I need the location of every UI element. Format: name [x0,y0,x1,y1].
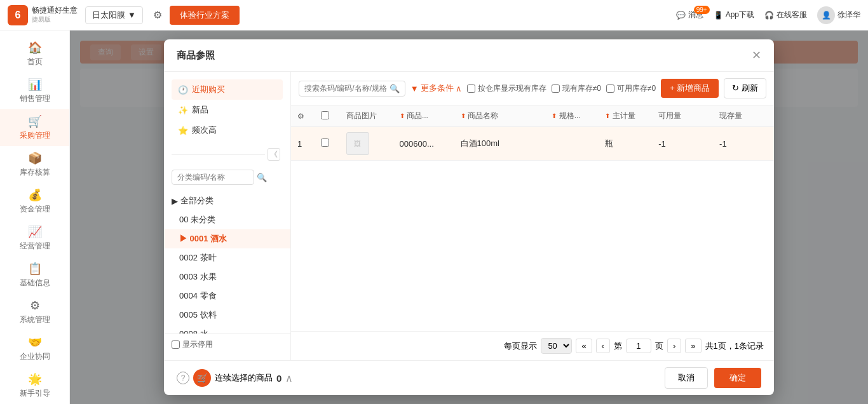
table-row[interactable]: 1 🖼 000600... 白酒100ml 瓶 [291,127,774,161]
user-menu[interactable]: 👤 徐泽华 [817,6,860,24]
guide-icon: 🌟 [28,372,42,386]
per-page-select[interactable]: 50 [541,338,572,354]
refresh-btn[interactable]: ↻ 刷新 [724,78,766,98]
category-search-icon[interactable]: 🔍 [257,173,267,182]
enterprise-icon: 🤝 [28,335,42,349]
logo-sub: 捷易版 [32,15,78,24]
show-disabled-input[interactable] [172,340,180,349]
modal-footer: ? 🛒 连续选择的商品 0 ∧ 取消 确定 [164,360,774,395]
search-icon[interactable]: 🔍 [390,84,400,93]
collapse-footer-btn[interactable]: ∧ [285,372,293,384]
experience-btn[interactable]: 体验行业方案 [170,6,240,25]
checkbox-current-stock[interactable]: 现有库存≠0 [552,83,601,94]
nav-right: 💬 消息 99+ 📱 App下载 🎧 在线客服 👤 徐泽华 [676,6,860,24]
col-name[interactable]: ⬆ 商品名称 [454,105,546,127]
operations-icon: 📈 [28,225,42,239]
cell-name: 白酒100ml [454,127,546,161]
add-product-btn[interactable]: + 新增商品 [661,79,719,98]
first-page-btn[interactable]: « [576,339,592,353]
cell-image: 🖼 [340,127,393,161]
category-water[interactable]: 0008 水 [164,325,290,333]
footer-left: ? 🛒 连续选择的商品 0 ∧ [177,369,293,387]
main-layout: 🏠 首页 📊 销售管理 🛒 采购管理 📦 库存核算 💰 资金管理 📈 经营管理 … [0,30,868,404]
nav-new-products[interactable]: ✨ 新品 [172,100,283,120]
category-tea[interactable]: 0002 茶叶 [164,248,290,267]
col-image: 商品图片 [340,105,393,127]
col-unit[interactable]: ⬆ 主计量 [599,105,652,127]
modal-body: 🕐 近期购买 ✨ 新品 ⭐ 频次高 [164,72,774,360]
cart-icon: 🛒 [193,369,211,387]
category-all[interactable]: ▶ 全部分类 [164,191,290,210]
confirm-btn[interactable]: 确定 [714,368,761,388]
messages-btn[interactable]: 💬 消息 99+ [676,10,703,20]
cancel-btn[interactable]: 取消 [665,367,708,389]
sidebar-item-system[interactable]: ⚙ 系统管理 [0,293,69,330]
modal-close-btn[interactable]: ✕ [752,48,761,62]
sidebar-item-home[interactable]: 🏠 首页 [0,36,69,72]
next-page-btn[interactable]: › [667,339,681,353]
app-download-btn[interactable]: 📱 App下载 [714,10,754,20]
select-all-checkbox[interactable] [321,111,329,119]
cell-unit: 瓶 [599,127,652,161]
left-panel-nav: 🕐 近期购买 ✨ 新品 ⭐ 频次高 [164,77,290,143]
col-settings[interactable]: ⚙ [291,105,315,127]
sidebar: 🏠 首页 📊 销售管理 🛒 采购管理 📦 库存核算 💰 资金管理 📈 经营管理 … [0,30,70,404]
checkbox-available-stock[interactable]: 可用库存≠0 [606,83,656,94]
last-page-btn[interactable]: » [685,339,701,353]
col-checkbox[interactable] [315,105,340,127]
modal-title: 商品参照 [177,50,215,62]
chevron-up-icon: ∧ [456,84,462,93]
cell-checkbox[interactable] [315,127,340,161]
col-code[interactable]: ⬆ 商品... [393,105,454,127]
category-liquor[interactable]: ▶ 0001 酒水 [164,229,290,248]
warehouse-stock-input[interactable] [467,84,475,93]
nav-recent-purchase[interactable]: 🕐 近期购买 [172,79,283,100]
footer-right: 取消 确定 [665,367,761,389]
category-uncategorized[interactable]: 00 未分类 [164,210,290,229]
col-stock[interactable]: 现存量 [713,105,774,127]
current-stock-input[interactable] [552,84,560,93]
company-selector[interactable]: 日太阳膜 ▼ [85,6,143,24]
logo-area: 6 畅捷通好生意 捷易版 [8,5,78,25]
help-icon[interactable]: ? [177,372,189,384]
left-panel: 🕐 近期购买 ✨ 新品 ⭐ 频次高 [164,72,291,360]
product-search-input[interactable] [304,84,387,93]
modal-overlay: 商品参照 ✕ 🕐 近期购买 ✨ 新 [70,30,868,404]
filter-more-btn[interactable]: ▼ 更多条件 ∧ [410,83,462,94]
sidebar-item-purchase[interactable]: 🛒 采购管理 [0,109,69,146]
sidebar-item-enterprise[interactable]: 🤝 企业协同 [0,330,69,367]
category-search-input[interactable] [172,170,254,185]
page-input[interactable] [626,339,651,353]
system-icon: ⚙ [30,299,40,313]
sidebar-item-operations[interactable]: 📈 经营管理 [0,220,69,257]
online-service-btn[interactable]: 🎧 在线客服 [764,10,807,20]
main-content: 查询 设置 刷新 商品参照 ✕ [70,30,868,404]
sidebar-item-inventory[interactable]: 📦 库存核算 [0,146,69,183]
collapse-left-panel-btn[interactable]: 《 [268,148,280,161]
sidebar-item-guide[interactable]: 🌟 新手引导 [0,367,69,404]
category-snack[interactable]: 0004 零食 [164,286,290,306]
chevron-down-icon: ▼ [128,10,136,20]
logo-text: 畅捷通好生意 [32,6,78,16]
show-disabled-checkbox[interactable]: 显示停用 [172,339,283,350]
sidebar-item-finance[interactable]: 💰 资金管理 [0,183,69,220]
checkbox-warehouse-stock[interactable]: 按仓库显示现有库存 [467,83,546,94]
col-spec[interactable]: ⬆ 规格... [545,105,599,127]
prev-page-btn[interactable]: ‹ [596,339,610,353]
cart-count: 0 [276,373,281,384]
recent-icon: 🕐 [178,85,188,95]
category-search-row: 🔍 [164,166,290,189]
category-beverage[interactable]: 0005 饮料 [164,306,290,325]
inventory-icon: 📦 [28,151,42,165]
available-stock-input[interactable] [606,84,614,93]
avatar: 👤 [817,6,835,24]
category-fruit[interactable]: 0003 水果 [164,267,290,286]
sidebar-item-sales[interactable]: 📊 销售管理 [0,72,69,109]
home-icon: 🏠 [28,41,42,55]
product-table: ⚙ 商品图片 ⬆ 商品... ⬆ 商品名称 ⬆ 规格... ⬆ 主计量 可用量 [291,105,774,331]
purchase-icon: 🛒 [28,114,42,128]
sidebar-item-basics[interactable]: 📋 基础信息 [0,257,69,293]
nav-frequent[interactable]: ⭐ 频次高 [172,120,283,140]
col-available[interactable]: 可用量 [652,105,713,127]
settings-icon[interactable]: ⚙ [153,9,162,21]
